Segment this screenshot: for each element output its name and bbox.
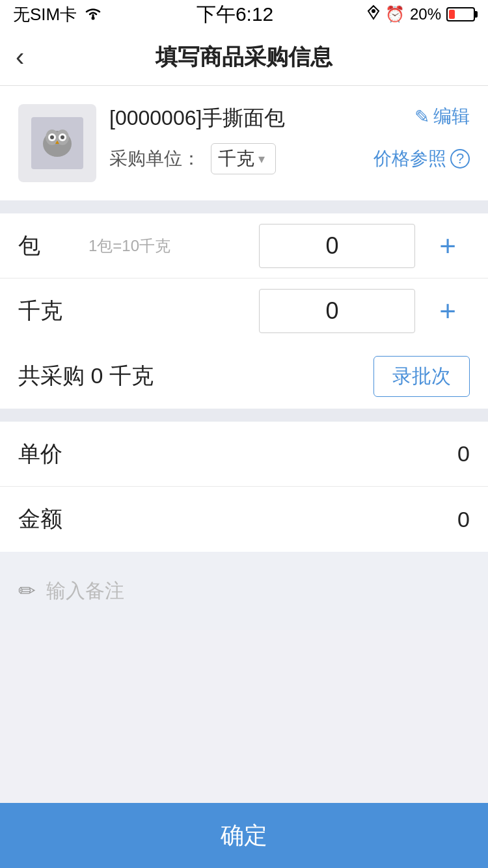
unit-dropdown[interactable]: 千克 ▾ (211, 143, 276, 174)
product-logo (34, 118, 80, 169)
package-sublabel: 1包=10千克 (88, 236, 170, 256)
quantity-section: 包 1包=10千克 + 千克 + (0, 213, 488, 344)
page-title: 填写商品采购信息 (156, 42, 332, 72)
kg-plus-button[interactable]: + (426, 289, 470, 333)
amount-row: 金额 0 (0, 487, 488, 552)
svg-point-1 (372, 9, 375, 13)
kg-row: 千克 + (0, 278, 488, 344)
unit-value: 千克 (218, 146, 254, 171)
status-left: 无SIM卡 (13, 3, 103, 26)
status-bar: 无SIM卡 下午6:12 ⏰ 20% (0, 0, 488, 29)
location-icon (367, 5, 380, 24)
edit-button[interactable]: ✎ 编辑 (414, 104, 470, 129)
status-time: 下午6:12 (197, 1, 273, 28)
product-card: [0000006]手撕面包 采购单位： 千克 ▾ 价格参照 ? ✎ 编辑 (0, 86, 488, 200)
product-meta: 采购单位： 千克 ▾ 价格参照 ? (109, 143, 470, 174)
back-button[interactable]: ‹ (16, 42, 24, 72)
package-input[interactable] (259, 224, 415, 268)
svg-point-7 (50, 135, 54, 139)
package-row: 包 1包=10千克 + (0, 213, 488, 278)
section-divider-2 (0, 409, 488, 422)
confirm-button[interactable]: 确定 (0, 803, 488, 868)
status-right: ⏰ 20% (367, 5, 475, 24)
product-image (18, 104, 96, 182)
unit-price-row: 单价 0 (0, 422, 488, 487)
kg-input-wrap: + (83, 289, 470, 333)
kg-input[interactable] (259, 289, 415, 333)
chevron-down-icon: ▾ (258, 151, 265, 167)
amount-label: 金额 (18, 504, 62, 534)
section-divider-1 (0, 200, 488, 213)
carrier-label: 无SIM卡 (13, 3, 77, 26)
kg-label: 千克 (18, 296, 83, 326)
unit-price-value: 0 (457, 441, 470, 467)
price-section: 单价 0 金额 0 (0, 422, 488, 552)
wifi-icon (83, 5, 103, 25)
edit-icon: ✎ (414, 106, 429, 128)
svg-point-0 (92, 16, 95, 20)
unit-label: 采购单位： (109, 146, 200, 171)
remark-section[interactable]: ✏ 输入备注 (0, 552, 488, 630)
info-icon: ? (450, 149, 470, 169)
svg-point-8 (61, 135, 64, 139)
pencil-icon: ✏ (18, 578, 36, 603)
content-area: [0000006]手撕面包 采购单位： 千克 ▾ 价格参照 ? ✎ 编辑 包 (0, 86, 488, 803)
battery-icon (446, 7, 475, 21)
package-input-wrap: + (170, 224, 470, 268)
remark-placeholder: 输入备注 (46, 578, 124, 604)
battery-label: 20% (410, 5, 441, 23)
unit-price-label: 单价 (18, 439, 62, 469)
nav-bar: ‹ 填写商品采购信息 (0, 29, 488, 86)
summary-row: 共采购 0 千克 录批次 (0, 344, 488, 409)
amount-value: 0 (457, 507, 470, 532)
price-ref-button[interactable]: 价格参照 ? (373, 146, 470, 171)
summary-text: 共采购 0 千克 (18, 361, 154, 391)
record-batch-button[interactable]: 录批次 (373, 356, 470, 397)
package-plus-button[interactable]: + (426, 224, 470, 268)
package-label: 包 (18, 231, 83, 261)
alarm-icon: ⏰ (385, 5, 405, 23)
